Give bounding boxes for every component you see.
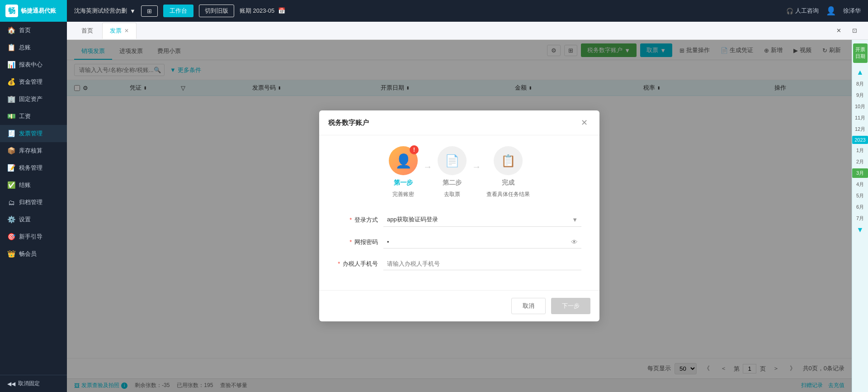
phone-row: * 办税人手机号 [337,258,581,270]
tabbar: 首页 发票 ✕ ✕ ⊡ [67,22,868,40]
finance-icon: 💰 [7,78,15,86]
month-12[interactable]: 12月 [852,124,868,134]
step-1-desc: 完善账密 [392,191,414,198]
tab-close-icon[interactable]: ✕ [124,28,129,34]
tax-digital-dialog: 税务数字账户 ✕ 👤 ! 第一步 [319,110,599,321]
company-name: 沈海英测试经营勿删 [74,7,127,15]
sidebar-item-label: 畅会员 [19,250,37,258]
phone-input[interactable] [383,258,581,270]
payroll-icon: 💵 [7,112,15,120]
close-window-button[interactable]: ✕ [833,25,845,36]
period-label: 账期 2023-05 📅 [240,7,285,15]
login-method-label: * 登录方式 [337,216,378,224]
month-5[interactable]: 5月 [852,191,868,201]
layout-button[interactable]: ⊞ [141,5,158,17]
invoice-content: 销项发票 进项发票 费用小票 ⚙ ⊞ 税务数字账户 ▼ [67,40,852,392]
dialog-overlay: 税务数字账户 ✕ 👤 ! 第一步 [67,40,852,392]
step-2-doc-icon: 📄 [445,154,459,168]
month-8[interactable]: 8月 [852,79,868,89]
sidebar-item-settle[interactable]: ✅ 结账 [0,177,67,194]
scroll-up-nav[interactable]: ▲ [856,67,865,77]
home-icon: 🏠 [7,26,15,34]
unpin-button[interactable]: ◀◀ 取消固定 [0,375,67,392]
step-1-icon: 👤 ! [389,146,418,175]
assets-icon: 🏢 [7,95,15,103]
unpin-label: 取消固定 [18,380,40,387]
month-9[interactable]: 9月 [852,91,868,100]
sidebar-item-label: 设置 [19,215,31,224]
invoice-icon: 🧾 [7,129,15,138]
sidebar-item-tax[interactable]: 📝 税务管理 [0,159,67,177]
month-10[interactable]: 10月 [852,102,868,111]
next-step-button[interactable]: 下一步 [551,298,590,314]
maximize-button[interactable]: ⊡ [849,25,861,36]
user-name: 徐泽华 [843,7,861,15]
sidebar-item-finance[interactable]: 💰 资金管理 [0,73,67,91]
sidebar-item-label: 总账 [19,43,31,52]
sidebar-item-reports[interactable]: 📊 报表中心 [0,56,67,73]
sidebar-item-member[interactable]: 👑 畅会员 [0,245,67,263]
step-1-error-badge: ! [410,145,419,154]
sidebar-item-inventory[interactable]: 📦 库存核算 [0,142,67,159]
dialog-body: 👤 ! 第一步 完善账密 → 📄 [319,135,599,290]
sidebar-item-label: 首页 [19,26,31,34]
headset-icon: 🎧 [786,8,793,14]
step-2-label: 第二步 [443,179,462,187]
step-1-user-icon: 👤 [395,153,412,169]
sidebar-item-settings[interactable]: ⚙️ 设置 [0,211,67,228]
support-link[interactable]: 🎧 人工咨询 [786,7,819,15]
steps-indicator: 👤 ! 第一步 完善账密 → 📄 [337,146,581,198]
month-11[interactable]: 11月 [852,113,868,123]
reports-icon: 📊 [7,61,15,69]
step-3-clipboard-icon: 📋 [501,154,515,168]
switch-version-button[interactable]: 切到旧版 [199,5,234,17]
month-6[interactable]: 6月 [852,202,868,212]
step-1-label: 第一步 [394,179,413,187]
guide-icon: 🎯 [7,233,15,241]
password-toggle-icon[interactable]: 👁 [571,238,578,246]
login-method-select[interactable]: app获取验证码登录 ▼ [383,213,581,227]
app-name: 畅捷通易代账 [21,7,56,15]
password-label: * 网报密码 [337,238,378,246]
sidebar-item-assets[interactable]: 🏢 固定资产 [0,91,67,108]
step-3: 📋 完成 查看具体任务结果 [486,146,530,198]
tab-home-label: 首页 [81,27,93,35]
dialog-close-button[interactable]: ✕ [578,117,590,129]
month-7[interactable]: 7月 [852,214,868,223]
sidebar-item-ledger[interactable]: 📋 总账 [0,39,67,56]
open-period-button[interactable]: 开票日期 [853,43,868,63]
sidebar-item-label: 税务管理 [19,164,42,172]
sidebar-item-invoice[interactable]: 🧾 发票管理 [0,125,67,142]
sidebar-item-home[interactable]: 🏠 首页 [0,22,67,39]
cancel-button[interactable]: 取消 [511,298,546,314]
step-1: 👤 ! 第一步 完善账密 [389,146,418,198]
sidebar-item-archive[interactable]: 🗂 归档管理 [0,194,67,211]
month-1[interactable]: 1月 [852,146,868,155]
scroll-down-nav[interactable]: ▼ [856,225,865,235]
main-area: 沈海英测试经营勿删 ▼ ⊞ 工作台 切到旧版 账期 2023-05 📅 🎧 人工… [67,0,868,392]
sidebar-item-label: 库存核算 [19,147,42,155]
workspace-button[interactable]: 工作台 [163,5,193,17]
year-2023[interactable]: 2023 [852,136,868,144]
settle-icon: ✅ [7,181,15,189]
month-2[interactable]: 2月 [852,157,868,167]
logo-icon: 畅 [5,5,18,17]
company-selector[interactable]: 沈海英测试经营勿删 ▼ [74,7,136,15]
sidebar-item-label: 固定资产 [19,95,42,103]
dialog-header: 税务数字账户 ✕ [319,110,599,135]
login-method-row: * 登录方式 app获取验证码登录 ▼ [337,213,581,227]
month-3-current[interactable]: 3月 [852,168,868,178]
sidebar-item-payroll[interactable]: 💵 工资 [0,108,67,125]
sidebar-item-label: 资金管理 [19,78,42,86]
tab-invoice[interactable]: 发票 ✕ [102,23,137,39]
tab-home[interactable]: 首页 [74,23,100,38]
step-2-desc: 去取票 [444,191,460,198]
archive-icon: 🗂 [7,199,15,206]
month-4[interactable]: 4月 [852,180,868,189]
tax-icon: 📝 [7,164,15,172]
password-value: • [387,239,390,245]
dialog-title: 税务数字账户 [328,119,369,127]
password-field[interactable]: • 👁 [383,236,581,249]
dialog-footer: 取消 下一步 [319,290,599,321]
sidebar-item-guide[interactable]: 🎯 新手引导 [0,228,67,245]
